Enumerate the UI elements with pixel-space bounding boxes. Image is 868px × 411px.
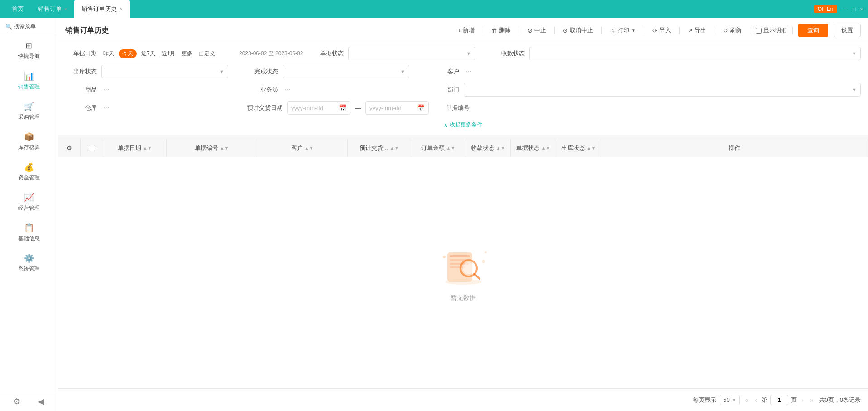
table-area: ⚙ 单据日期 ▲▼ 单据编号 ▲▼ 客户 ▲▼ 预计交货. (58, 139, 868, 388)
collapse-sidebar-icon[interactable]: ◀ (38, 396, 44, 406)
customer-input-wrap: ··· (464, 68, 861, 76)
out-status-select[interactable]: ▼ (101, 65, 228, 78)
gear-col-icon: ⚙ (67, 145, 72, 151)
complete-status-select[interactable]: ▼ (283, 65, 409, 78)
import-icon: ⟳ (652, 27, 657, 34)
sidebar-item-quick-nav[interactable]: ⊞ 快捷导航 (0, 35, 58, 66)
sidebar-item-purchase[interactable]: 🛒 采购管理 (0, 96, 58, 126)
th-operation: 操作 (601, 139, 868, 157)
stop-icon: ⊘ (528, 27, 532, 34)
delivery-date-start[interactable]: yyyy-mm-dd 📅 (287, 101, 350, 115)
warehouse-dots[interactable]: ··· (101, 104, 111, 112)
operations-icon: 📈 (24, 193, 34, 203)
settings-bottom-icon[interactable]: ⚙ (13, 396, 20, 406)
department-dropdown-icon: ▼ (852, 87, 857, 92)
sidebar-item-system[interactable]: ⚙️ 系统管理 (0, 248, 58, 278)
page-size-select[interactable]: 50 ▼ (720, 395, 739, 405)
import-button[interactable]: ⟳ 导入 (650, 24, 674, 36)
date-more[interactable]: 更多 (180, 49, 194, 58)
restore-button[interactable]: □ (852, 6, 856, 13)
query-button[interactable]: 查询 (798, 24, 828, 37)
close-sales-order-history-tab[interactable]: × (120, 6, 122, 12)
tab-sales-order[interactable]: 销售订单 × (31, 0, 74, 18)
export-button[interactable]: ↗ 导出 (685, 24, 709, 36)
page-size-dropdown-icon: ▼ (732, 397, 737, 403)
department-select[interactable]: ▼ (464, 83, 861, 97)
page-number-input[interactable] (770, 395, 788, 405)
order-no-col: 单据编号 (438, 104, 861, 112)
collapse-filter-btn[interactable]: ∧ 收起更多条件 (65, 119, 861, 131)
finance-icon: 💰 (24, 162, 34, 172)
th-amount[interactable]: 订单金额 ▲▼ (411, 139, 465, 157)
out-status-col: 出库状态 ▼ (65, 65, 237, 78)
display-detail-checkbox[interactable]: 显示明细 (756, 26, 787, 34)
quick-nav-icon: ⊞ (25, 41, 32, 51)
minimize-button[interactable]: — (842, 6, 848, 13)
last-page-button[interactable]: » (808, 396, 815, 405)
sidebar-item-inventory[interactable]: 📦 库存核算 (0, 126, 58, 157)
often-badge: OfTEn (814, 5, 837, 13)
empty-svg (436, 243, 490, 289)
date-today[interactable]: 今天 (119, 49, 137, 58)
sort-order-no-icon: ▲▼ (220, 146, 229, 150)
set-button[interactable]: 设置 (834, 24, 861, 37)
product-col: 商品 ··· (65, 86, 237, 94)
filter-row-4: 仓库 ··· 预计交货日期 yyyy-mm-dd 📅 — yyyy (65, 101, 861, 115)
page-label-suffix: 页 (791, 396, 797, 404)
first-page-button[interactable]: « (743, 396, 751, 405)
salesperson-label: 业务员 (246, 86, 283, 94)
sidebar-item-basics[interactable]: 📋 基础信息 (0, 218, 58, 248)
th-checkbox[interactable] (81, 139, 103, 157)
close-window-button[interactable]: × (860, 6, 863, 13)
cancel-stop-button[interactable]: ⊙ 取消中止 (560, 24, 596, 36)
divider9 (792, 27, 793, 34)
svg-line-8 (474, 274, 480, 279)
date-1month[interactable]: 近1月 (160, 49, 177, 58)
order-status-select[interactable]: ▼ (348, 47, 475, 60)
th-order-no[interactable]: 单据编号 ▲▼ (167, 139, 257, 157)
th-gear[interactable]: ⚙ (58, 139, 81, 157)
prev-page-button[interactable]: ‹ (753, 396, 759, 405)
th-delivery[interactable]: 预计交货... ▲▼ (348, 139, 411, 157)
select-all-checkbox[interactable] (89, 145, 95, 151)
date-yesterday[interactable]: 昨天 (101, 49, 116, 58)
print-button[interactable]: 🖨 打印 ▼ (607, 24, 638, 36)
th-date[interactable]: 单据日期 ▲▼ (103, 139, 167, 157)
stop-button[interactable]: ⊘ 中止 (525, 24, 549, 36)
tab-sales-order-history[interactable]: 销售订单历史 × (74, 0, 129, 18)
product-label: 商品 (65, 86, 101, 94)
salesperson-dots[interactable]: ··· (283, 86, 292, 94)
detail-checkbox-input[interactable] (756, 28, 762, 34)
th-pay-status[interactable]: 收款状态 ▲▼ (465, 139, 511, 157)
divider7 (715, 27, 715, 34)
tab-home[interactable]: 首页 (5, 0, 31, 18)
th-out-status[interactable]: 出库状态 ▲▼ (556, 139, 601, 157)
order-status-col: 单据状态 ▼ (312, 47, 484, 60)
divider8 (750, 27, 750, 34)
svg-point-7 (463, 262, 475, 274)
pagination: 每页显示 50 ▼ « ‹ 第 页 › » 共0页，0条记录 (58, 388, 868, 411)
sidebar-item-finance[interactable]: 💰 资金管理 (0, 157, 58, 187)
delete-button[interactable]: 🗑 删除 (489, 24, 513, 36)
sidebar-item-sales[interactable]: 📊 销售管理 (0, 66, 58, 96)
next-page-button[interactable]: › (800, 396, 806, 405)
customer-dots[interactable]: ··· (464, 68, 473, 76)
th-customer[interactable]: 客户 ▲▼ (257, 139, 348, 157)
filter-area: 单据日期 昨天 今天 近7天 近1月 更多 自定义 2023-06-02 至 2… (58, 42, 868, 135)
sidebar-item-operations[interactable]: 📈 经营管理 (0, 187, 58, 218)
salesperson-col: 业务员 ··· (246, 86, 418, 94)
add-button[interactable]: + 新增 (455, 24, 477, 36)
pay-status-select[interactable]: ▼ (529, 47, 861, 60)
date-7days[interactable]: 近7天 (139, 49, 157, 58)
filter-row-3: 商品 ··· 业务员 ··· 部门 ▼ (65, 83, 861, 97)
th-order-status[interactable]: 单据状态 ▲▼ (511, 139, 556, 157)
page-header: 销售订单历史 + 新增 🗑 删除 ⊘ 中止 (58, 18, 868, 42)
refresh-button[interactable]: ↺ 刷新 (720, 24, 744, 36)
cancel-stop-icon: ⊙ (563, 27, 568, 34)
date-custom[interactable]: 自定义 (197, 49, 217, 58)
product-dots[interactable]: ··· (101, 86, 111, 94)
order-no-label: 单据编号 (438, 104, 474, 112)
sidebar-search[interactable]: 🔍 搜索菜单 (0, 18, 58, 35)
close-sales-order-tab[interactable]: × (64, 6, 67, 12)
delivery-date-end[interactable]: yyyy-mm-dd 📅 (365, 101, 429, 115)
